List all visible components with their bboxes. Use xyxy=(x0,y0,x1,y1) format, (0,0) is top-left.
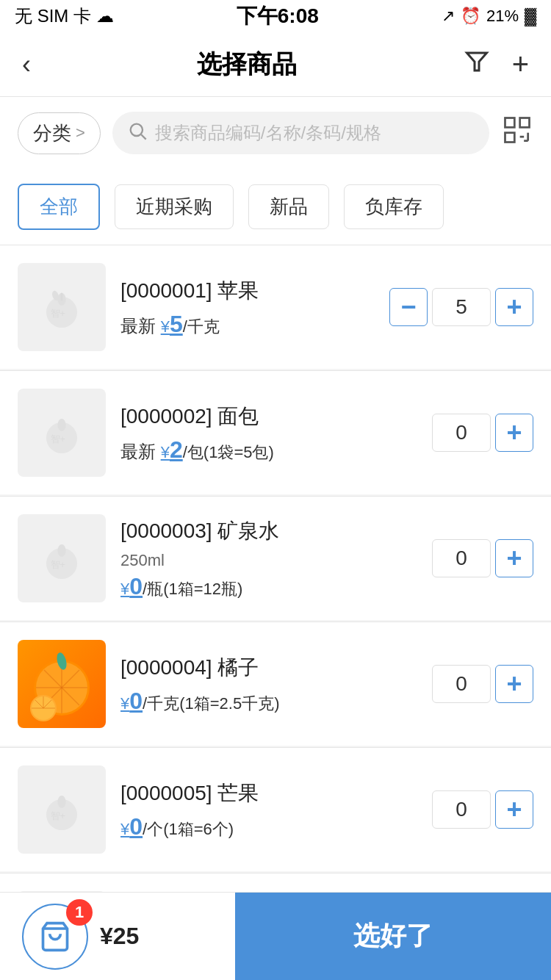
product-image-0000001: 智+ xyxy=(18,263,106,351)
svg-rect-5 xyxy=(505,132,515,142)
tab-negative[interactable]: 负库存 xyxy=(344,184,444,229)
svg-rect-3 xyxy=(505,118,515,127)
page-title: 选择商品 xyxy=(197,48,297,82)
svg-point-17 xyxy=(57,419,65,431)
svg-point-20 xyxy=(57,544,65,557)
tab-all[interactable]: 全部 xyxy=(18,184,100,230)
product-price: ¥0/瓶(1箱=12瓶) xyxy=(120,573,417,600)
product-name: [0000005] 芒果 xyxy=(120,779,417,807)
filter-icon[interactable] xyxy=(464,48,490,81)
quantity-decrease-button[interactable]: − xyxy=(389,288,428,326)
cart-area: 1 ¥25 xyxy=(0,904,235,970)
cart-icon-wrap[interactable]: 1 xyxy=(22,904,88,970)
quantity-control-0000005: + xyxy=(432,790,533,829)
search-placeholder: 搜索商品编码/名称/条码/规格 xyxy=(155,121,381,145)
battery-icon: ▓ xyxy=(525,7,536,26)
quantity-increase-button[interactable]: + xyxy=(495,414,533,452)
nav-bar: ‹ 选择商品 + xyxy=(0,32,551,97)
product-image-0000003: 智+ xyxy=(18,514,106,602)
product-price: ¥0/千克(1箱=2.5千克) xyxy=(120,688,417,715)
list-item: 智+ [0000003] 矿泉水 250ml ¥0/瓶(1箱=12瓶) + xyxy=(0,497,551,620)
status-left: 无 SIM 卡 ☁ xyxy=(15,4,114,28)
category-arrow: > xyxy=(76,123,85,143)
product-name: [0000003] 矿泉水 xyxy=(120,517,417,545)
back-button[interactable]: ‹ xyxy=(22,49,31,80)
svg-marker-0 xyxy=(467,53,486,71)
alarm-icon: ⏰ xyxy=(461,7,480,26)
quantity-input[interactable] xyxy=(432,414,491,452)
quantity-input[interactable] xyxy=(432,790,491,829)
svg-point-36 xyxy=(57,796,65,808)
product-image-0000002: 智+ xyxy=(18,389,106,477)
quantity-increase-button[interactable]: + xyxy=(495,665,533,703)
product-name: [0000001] 苹果 xyxy=(120,277,375,305)
svg-text:智+: 智+ xyxy=(51,309,65,319)
product-name: [0000004] 橘子 xyxy=(120,654,417,682)
quantity-control-0000002: + xyxy=(432,414,533,452)
product-info-0000002: [0000002] 面包 最新 ¥2/包(1袋=5包) xyxy=(120,403,417,464)
status-time: 下午6:08 xyxy=(237,2,319,30)
status-bar: 无 SIM 卡 ☁ 下午6:08 ↗ ⏰ 21% ▓ xyxy=(0,0,551,32)
confirm-button[interactable]: 选好了 xyxy=(235,893,551,981)
svg-text:智+: 智+ xyxy=(51,560,65,570)
product-info-0000001: [0000001] 苹果 最新 ¥5/千克 xyxy=(120,277,375,338)
product-spec: 250ml xyxy=(120,551,417,570)
battery-text: 21% xyxy=(486,7,519,26)
quantity-increase-button[interactable]: + xyxy=(495,288,533,326)
quantity-input[interactable] xyxy=(432,665,491,703)
scan-icon[interactable] xyxy=(501,114,533,153)
quantity-increase-button[interactable]: + xyxy=(495,539,533,577)
quantity-input[interactable] xyxy=(432,539,491,577)
quantity-input[interactable] xyxy=(432,288,491,326)
product-list: 智+ [0000001] 苹果 最新 ¥5/千克 − + 智+ [0000 xyxy=(0,245,551,980)
list-item: 智+ [0000001] 苹果 最新 ¥5/千克 − + xyxy=(0,245,551,369)
svg-point-1 xyxy=(131,124,143,136)
cart-badge: 1 xyxy=(66,899,93,926)
svg-text:智+: 智+ xyxy=(51,811,65,821)
product-price: ¥0/个(1箱=6个) xyxy=(120,813,417,840)
product-name: [0000002] 面包 xyxy=(120,403,417,430)
list-item: [0000004] 橘子 ¥0/千克(1箱=2.5千克) + xyxy=(0,622,551,746)
product-info-0000005: [0000005] 芒果 ¥0/个(1箱=6个) xyxy=(120,779,417,840)
add-button[interactable]: + xyxy=(512,48,529,81)
status-right: ↗ ⏰ 21% ▓ xyxy=(442,7,536,26)
svg-text:智+: 智+ xyxy=(51,434,65,444)
list-item: 智+ [0000005] 芒果 ¥0/个(1箱=6个) + xyxy=(0,748,551,871)
cart-total: ¥25 xyxy=(100,923,139,950)
quantity-increase-button[interactable]: + xyxy=(495,790,533,829)
quantity-control-0000001: − + xyxy=(389,288,533,326)
product-info-0000004: [0000004] 橘子 ¥0/千克(1箱=2.5千克) xyxy=(120,654,417,715)
product-info-0000003: [0000003] 矿泉水 250ml ¥0/瓶(1箱=12瓶) xyxy=(120,517,417,600)
product-price: 最新 ¥2/包(1袋=5包) xyxy=(120,436,417,464)
product-price: 最新 ¥5/千克 xyxy=(120,311,375,338)
search-icon xyxy=(127,120,148,145)
nav-right-icons: + xyxy=(464,48,529,81)
filter-row: 分类 > 搜索商品编码/名称/条码/规格 xyxy=(0,97,551,169)
tab-recent[interactable]: 近期采购 xyxy=(115,184,234,229)
search-box[interactable]: 搜索商品编码/名称/条码/规格 xyxy=(112,112,489,154)
location-icon: ↗ xyxy=(442,7,455,26)
list-item: 智+ [0000002] 面包 最新 ¥2/包(1袋=5包) + xyxy=(0,371,551,494)
category-button[interactable]: 分类 > xyxy=(18,112,101,154)
bottom-bar: 1 ¥25 选好了 xyxy=(0,892,551,980)
product-image-0000004 xyxy=(18,640,106,728)
svg-rect-13 xyxy=(61,292,63,300)
product-image-0000005: 智+ xyxy=(18,765,106,854)
svg-rect-4 xyxy=(520,118,530,127)
no-sim-text: 无 SIM 卡 ☁ xyxy=(15,4,114,28)
category-label: 分类 xyxy=(33,120,71,146)
tab-new[interactable]: 新品 xyxy=(248,184,329,229)
quantity-control-0000003: + xyxy=(432,539,533,577)
svg-line-2 xyxy=(141,134,145,139)
tabs-row: 全部 近期采购 新品 负库存 xyxy=(0,169,551,245)
quantity-control-0000004: + xyxy=(432,665,533,703)
